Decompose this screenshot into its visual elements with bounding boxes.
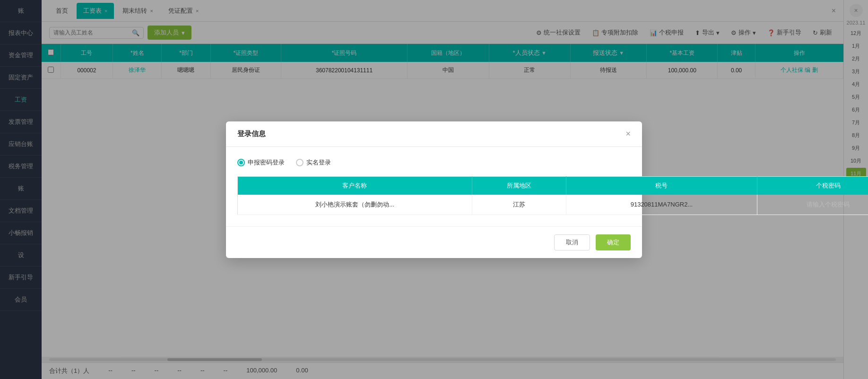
modal-col-password: 个税密码 xyxy=(757,176,868,195)
modal-table-row: 刘小艳演示账套（勿删勿动... 江苏 91320811MA7NGR2... 请输… xyxy=(238,195,868,215)
client-table: 客户名称 所属地区 税号 个税密码 刘小艳演示账套（勿删勿动... 江苏 913… xyxy=(237,176,868,215)
modal-cell-password-input[interactable]: 请输入个税密码 xyxy=(757,195,868,215)
radio-dot-realname xyxy=(296,159,304,166)
modal-cell-tax-no: 91320811MA7NGR2... xyxy=(566,195,757,215)
cancel-button[interactable]: 取消 xyxy=(554,234,590,250)
modal-col-client: 客户名称 xyxy=(238,176,472,195)
modal-title: 登录信息 xyxy=(237,129,266,138)
radio-password-login[interactable]: 申报密码登录 xyxy=(237,158,285,167)
modal-footer: 取消 确定 xyxy=(226,226,642,258)
modal-header: 登录信息 × xyxy=(226,121,642,147)
modal-body: 申报密码登录 实名登录 客户名称 所属地区 税号 个税密码 xyxy=(226,147,642,226)
login-type-radio-group: 申报密码登录 实名登录 xyxy=(237,158,631,167)
login-info-modal: 登录信息 × 申报密码登录 实名登录 客户名称 所属地区 xyxy=(226,121,642,258)
modal-col-tax-no: 税号 xyxy=(566,176,757,195)
modal-cell-client: 刘小艳演示账套（勿删勿动... xyxy=(238,195,472,215)
modal-col-region: 所属地区 xyxy=(472,176,566,195)
modal-cell-region: 江苏 xyxy=(472,195,566,215)
modal-close-button[interactable]: × xyxy=(625,129,631,139)
modal-overlay: 登录信息 × 申报密码登录 实名登录 客户名称 所属地区 xyxy=(0,0,868,379)
confirm-button[interactable]: 确定 xyxy=(596,234,631,250)
radio-realname-login[interactable]: 实名登录 xyxy=(296,158,331,167)
radio-dot-password xyxy=(237,159,245,166)
